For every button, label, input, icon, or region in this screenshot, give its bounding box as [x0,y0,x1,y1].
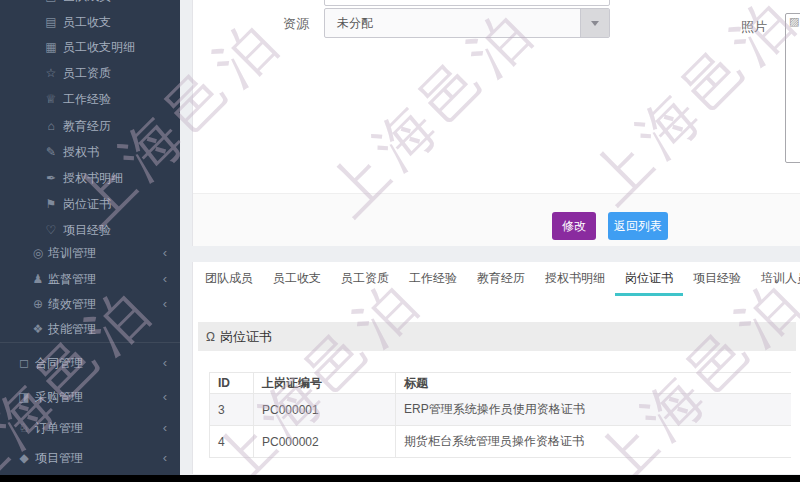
sidebar-item-label: 授权书明细 [63,165,123,191]
training-icon: ◎ [31,240,45,266]
sidebar-item-skill-mgmt[interactable]: ❖ 技能管理 [0,316,180,342]
sidebar-item-authorization[interactable]: ✎ 授权书 [0,139,180,165]
skill-icon: ❖ [31,316,45,342]
text-input-partial[interactable] [324,0,610,6]
sidebar: ▣ 团队成员 ▤ 员工收支 ▦ 员工收支明细 ☆ 员工资质 ♕ 工作经验 ⌂ 教… [0,0,180,475]
photo-label: 照片 [741,18,767,36]
table-header-row: ID 上岗证编号 标题 [210,373,791,394]
tab-work-experience[interactable]: 工作经验 [399,262,467,296]
sidebar-item-label: 岗位证书 [63,191,111,217]
detail-tabs-panel: 团队成员 员工收支 员工资质 工作经验 教育经历 授权书明细 岗位证书 项目经验… [192,262,800,474]
team-members-icon: ▣ [44,0,58,9]
sidebar-item-label: 技能管理 [48,316,96,342]
sidebar-item-order-mgmt[interactable]: ♘ 订单管理 ‹ [0,412,180,444]
sidebar-item-contract-mgmt[interactable]: ◻ 合同管理 ‹ [0,347,180,379]
sidebar-item-label: 采购管理 [35,381,83,413]
sidebar-item-authorization-detail[interactable]: ✒ 授权书明细 [0,165,180,191]
payments-icon: ▤ [44,9,58,35]
image-placeholder-icon: ▨ [789,15,799,28]
tab-authorization-detail[interactable]: 授权书明细 [535,262,615,296]
table-row: 3 PC000001 ERP管理系统操作员使用资格证书 [210,394,791,426]
table-row: 4 PC000002 期货柜台系统管理员操作资格证书 [210,426,791,458]
sidebar-item-procurement-mgmt[interactable]: ◨ 采购管理 ‹ [0,381,180,413]
sidebar-item-supervision-mgmt[interactable]: ♟ 监督管理 ‹ [0,266,180,292]
column-header-cert-number: 上岗证编号 [254,373,396,394]
sidebar-item-label: 项目管理 [35,442,83,474]
sidebar-item-label: 订单管理 [35,412,83,444]
performance-icon: ⊕ [31,291,45,317]
sidebar-item-label: 团队成员 [63,0,111,9]
sidebar-divider [0,342,180,343]
back-to-list-button[interactable]: 返回列表 [608,212,668,240]
cell-title: ERP管理系统操作员使用资格证书 [396,394,791,426]
sidebar-item-performance-mgmt[interactable]: ⊕ 绩效管理 ‹ [0,291,180,317]
section-header: Ω岗位证书 [198,322,796,351]
tab-position-certificate[interactable]: 岗位证书 [615,262,683,296]
sidebar-item-education-history[interactable]: ⌂ 教育经历 [0,113,180,139]
procurement-icon: ◨ [17,381,31,413]
payment-detail-icon: ▦ [44,34,58,60]
order-icon: ♘ [17,412,31,444]
column-header-title: 标题 [396,373,791,394]
sidebar-item-label: 员工资质 [63,60,111,86]
cell-cert-number: PC000002 [254,426,396,458]
sidebar-item-label: 教育经历 [63,113,111,139]
chevron-left-icon: ‹ [163,412,167,444]
authorization-icon: ✎ [44,139,58,165]
form-footer: 修改 返回列表 [193,193,800,246]
tab-training-personnel[interactable]: 培训人员 [751,262,800,296]
work-experience-icon: ♕ [44,86,58,112]
resource-select[interactable]: 未分配 [324,8,610,38]
sidebar-item-label: 绩效管理 [48,291,96,317]
sidebar-item-label: 员工收支明细 [63,34,135,60]
sidebar-item-label: 培训管理 [48,240,96,266]
tab-employee-payments[interactable]: 员工收支 [263,262,331,296]
cell-cert-number: PC000001 [254,394,396,426]
tab-project-experience[interactable]: 项目经验 [683,262,751,296]
modify-button[interactable]: 修改 [552,212,596,240]
supervision-icon: ♟ [31,266,45,292]
chevron-left-icon: ‹ [163,266,167,292]
cell-title: 期货柜台系统管理员操作资格证书 [396,426,791,458]
certificates-table: ID 上岗证编号 标题 3 PC000001 ERP管理系统操作员使用资格证书 … [209,372,791,458]
sidebar-item-label: 工作经验 [63,86,111,112]
contract-icon: ◻ [17,347,31,379]
sidebar-item-label: 合同管理 [35,347,83,379]
chevron-left-icon: ‹ [163,442,167,474]
sidebar-item-position-certificate[interactable]: ⚑ 岗位证书 [0,191,180,217]
resource-select-value: 未分配 [337,9,373,37]
sidebar-item-work-experience[interactable]: ♕ 工作经验 [0,86,180,112]
sidebar-item-training-mgmt[interactable]: ◎ 培训管理 ‹ [0,240,180,266]
sidebar-item-employee-qualification[interactable]: ☆ 员工资质 [0,60,180,86]
project-icon: ◆ [17,442,31,474]
sidebar-item-project-mgmt[interactable]: ◆ 项目管理 ‹ [0,442,180,474]
resource-label: 资源 [247,15,309,33]
chevron-left-icon: ‹ [163,240,167,266]
cell-id: 4 [210,426,254,458]
chevron-down-icon [591,21,599,26]
tab-education-history[interactable]: 教育经历 [467,262,535,296]
chevron-left-icon: ‹ [163,291,167,317]
education-icon: ⌂ [44,113,58,139]
photo-upload-box[interactable]: ▨ [785,13,800,163]
sidebar-item-employee-payments[interactable]: ▤ 员工收支 [0,9,180,35]
bottom-black-bar [0,475,800,482]
tab-team-members[interactable]: 团队成员 [195,262,263,296]
select-dropdown-button[interactable] [580,9,609,37]
person-icon: Ω [206,330,215,344]
tab-employee-qualification[interactable]: 员工资质 [331,262,399,296]
sidebar-item-team-members[interactable]: ▣ 团队成员 [0,0,180,9]
sidebar-item-label: 监督管理 [48,266,96,292]
qualification-icon: ☆ [44,60,58,86]
detail-form-panel: 资源 未分配 照片 ▨ 修改 返回列表 [192,0,800,246]
chevron-left-icon: ‹ [163,381,167,413]
chevron-left-icon: ‹ [163,347,167,379]
column-header-id: ID [210,373,254,394]
sidebar-item-employee-payment-detail[interactable]: ▦ 员工收支明细 [0,34,180,60]
authorization-detail-icon: ✒ [44,165,58,191]
sidebar-item-label: 员工收支 [63,9,111,35]
section-title: 岗位证书 [220,329,272,344]
cell-id: 3 [210,394,254,426]
detail-tabs: 团队成员 员工收支 员工资质 工作经验 教育经历 授权书明细 岗位证书 项目经验… [193,262,800,296]
certificate-icon: ⚑ [44,191,58,217]
